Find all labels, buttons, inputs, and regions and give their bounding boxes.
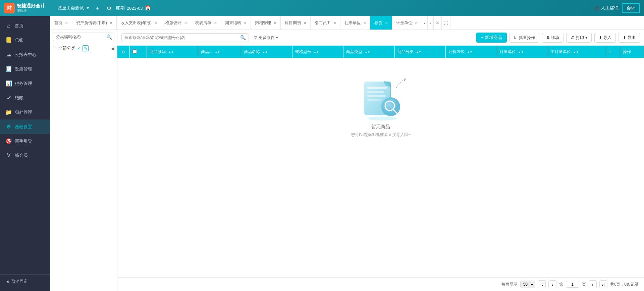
tab-inventory-close[interactable]: ✕: [385, 21, 388, 25]
th-code[interactable]: 商品... ▲▼: [198, 46, 241, 58]
page-next-button[interactable]: ›: [589, 280, 597, 288]
checkout-icon: ✔: [5, 95, 12, 101]
sidebar-item-reports[interactable]: ☁ 云报表中心: [0, 47, 50, 62]
page-last-button[interactable]: ›|: [599, 280, 607, 288]
th-price-label: 计价方式: [448, 49, 465, 54]
settings-button[interactable]: ⚙: [105, 5, 113, 11]
sidebar-item-guide[interactable]: 🎯 新手引导: [0, 134, 50, 148]
th-type[interactable]: 商品类型 ▲▼: [343, 46, 395, 58]
sidebar-item-tax[interactable]: 📊 税务管理: [0, 76, 50, 91]
th-more[interactable]: ≡: [606, 46, 620, 58]
page-size-label: 每页显示: [501, 282, 518, 287]
tab-balance-sheet[interactable]: 资产负债表(中期) ✕: [72, 16, 117, 30]
th-spec[interactable]: 规格型号 ▲▼: [292, 46, 343, 58]
export-button[interactable]: ⬆ 导出: [619, 33, 640, 43]
print-button[interactable]: 🖨 打印 ▾: [566, 33, 592, 43]
tab-archive[interactable]: 归档管理 ✕: [251, 16, 281, 30]
sidebar-label-tax: 税务管理: [15, 81, 32, 87]
company-selector[interactable]: 基层工会测试 ▼: [58, 5, 90, 11]
sidebar-item-member[interactable]: V 畅会员: [0, 148, 50, 162]
tab-home[interactable]: 首页 ✕: [50, 16, 72, 30]
th-checkbox[interactable]: [129, 46, 147, 58]
tab-tax-table[interactable]: 税表清单 ✕: [191, 16, 221, 30]
category-search-icon[interactable]: 🔍: [106, 34, 112, 40]
th-barcode[interactable]: 商品条码 ▲▼: [147, 46, 198, 58]
tab-income[interactable]: 收入支出表(年报) ✕: [117, 16, 161, 30]
sidebar-label-member: 畅会员: [15, 152, 28, 158]
sidebar: ⌂ 首页 📒 总账 ☁ 云报表中心 🧾 发票管理 📊 税务管理 ✔ 结账 📁 归…: [0, 16, 50, 291]
tax-icon: 📊: [5, 80, 12, 87]
tab-dept[interactable]: 部门员工 ✕: [311, 16, 340, 30]
logo-area: 财 畅捷通好会计 旗舰版: [4, 3, 54, 13]
empty-illustration: [357, 71, 404, 118]
import-button[interactable]: ⬇ 导入: [594, 33, 616, 43]
header-right: 🎧 人工咨询 会计: [594, 3, 640, 13]
tab-period-close[interactable]: ✕: [244, 21, 247, 25]
tab-next-button[interactable]: ›: [428, 16, 433, 30]
th-settings[interactable]: ⚙: [117, 46, 129, 58]
tab-contacts[interactable]: 往来单位 ✕: [340, 16, 370, 30]
tab-prev-button[interactable]: ‹: [422, 16, 428, 30]
svg-rect-5: [367, 99, 381, 101]
tab-template[interactable]: 模版设计 ✕: [161, 16, 191, 30]
th-main-unit[interactable]: 主计量单位 ▲▼: [548, 46, 606, 58]
tab-template-close[interactable]: ✕: [184, 21, 187, 25]
add-tab-button[interactable]: ＋: [93, 4, 102, 12]
product-search-icon[interactable]: 🔍: [240, 35, 246, 40]
logo-text-area: 畅捷通好会计 旗舰版: [17, 3, 45, 13]
sidebar-item-checkout[interactable]: ✔ 结账: [0, 91, 50, 105]
page-number-input[interactable]: [566, 281, 579, 288]
add-product-button[interactable]: + 新增商品: [476, 33, 507, 43]
sidebar-item-settings[interactable]: ⚙ 基础设置: [0, 119, 50, 134]
sidebar-item-ledger[interactable]: 📒 总账: [0, 33, 50, 47]
page-size-select[interactable]: 50: [520, 281, 535, 288]
tab-units[interactable]: 计量单位 ✕: [392, 16, 422, 30]
select-all-checkbox[interactable]: [132, 49, 137, 54]
tab-period-carry[interactable]: 期末结转 ✕: [221, 16, 251, 30]
import-label: 导入: [603, 35, 611, 41]
page-first-button[interactable]: |‹: [538, 280, 546, 288]
tab-dept-close[interactable]: ✕: [333, 21, 336, 25]
page-prev-button[interactable]: ‹: [548, 280, 556, 288]
th-price-method[interactable]: 计价方式 ▲▼: [446, 46, 497, 58]
product-search-input[interactable]: [124, 35, 240, 40]
tab-subject-close[interactable]: ✕: [304, 21, 306, 25]
tab-units-label: 计量单位: [396, 20, 412, 26]
th-category[interactable]: 商品分类 ▲▼: [394, 46, 446, 58]
right-panel: 🔍 ▽ 更多条件 ▾ + 新增商品 ☑ 批量操作 ⇅: [117, 30, 644, 291]
filter-button[interactable]: ▽ 更多条件 ▾: [252, 34, 281, 42]
tab-home-close[interactable]: ✕: [65, 21, 68, 25]
period-label: 账期: [116, 5, 125, 11]
sidebar-item-archive[interactable]: 📁 归档管理: [0, 105, 50, 119]
tab-tax-close[interactable]: ✕: [214, 21, 217, 25]
tab-subject[interactable]: 科目期初 ✕: [281, 16, 311, 30]
sidebar-item-invoice[interactable]: 🧾 发票管理: [0, 62, 50, 76]
import-icon: ⬇: [599, 35, 602, 40]
unpin-button[interactable]: ◄ 取消固定: [0, 274, 50, 288]
th-name[interactable]: 商品名称 ▲▼: [241, 46, 292, 58]
sidebar-item-home[interactable]: ⌂ 首页: [0, 19, 50, 33]
th-unit[interactable]: 计量单位 ▲▼: [497, 46, 548, 58]
tab-inventory[interactable]: 存货 ✕: [370, 16, 392, 30]
category-search-box[interactable]: 🔍: [53, 33, 114, 41]
category-edit-button[interactable]: ✎: [83, 45, 89, 51]
calendar-icon[interactable]: 📅: [145, 5, 151, 11]
toolbar-right: + 新增商品 ☑ 批量操作 ⇅ 移动 🖨 打印 ▾: [476, 33, 640, 43]
tab-income-close[interactable]: ✕: [154, 21, 157, 25]
category-header[interactable]: ⠿ 全部分类 ✔ ✎ ◀: [53, 44, 114, 53]
tab-archive-close[interactable]: ✕: [274, 21, 276, 25]
category-search-input[interactable]: [56, 35, 106, 39]
batch-button[interactable]: ☑ 批量操作: [509, 33, 539, 43]
tab-expand-button[interactable]: ⛶: [442, 16, 450, 30]
tab-balance-close[interactable]: ✕: [110, 21, 112, 25]
tab-close-all-button[interactable]: ✕: [434, 16, 442, 30]
service-button[interactable]: 🎧 人工咨询: [594, 5, 619, 11]
account-button[interactable]: 会计: [622, 3, 640, 13]
total-records-label: 共0页，0条记录: [610, 282, 639, 287]
tab-units-close[interactable]: ✕: [415, 21, 418, 25]
page-label-after: 页: [582, 282, 586, 287]
category-collapse-button[interactable]: ◀: [111, 46, 114, 51]
move-button[interactable]: ⇅ 移动: [542, 33, 564, 43]
tab-contacts-close[interactable]: ✕: [363, 21, 366, 25]
product-search-box[interactable]: 🔍: [121, 33, 249, 42]
